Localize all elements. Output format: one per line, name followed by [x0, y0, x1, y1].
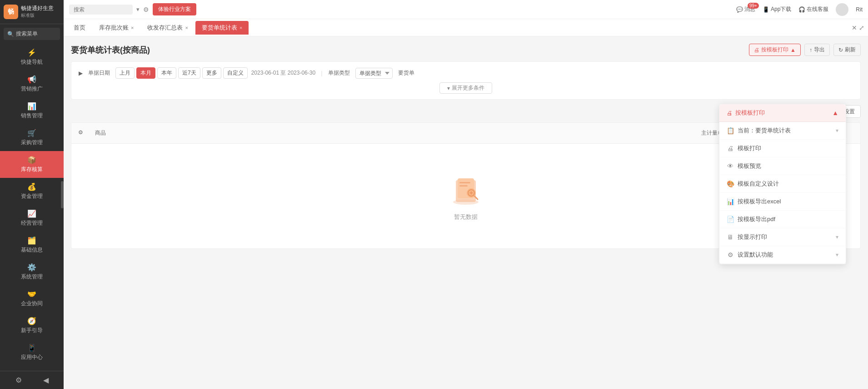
sidebar-item-system[interactable]: ⚙️ 系统管理	[0, 258, 64, 285]
sales-icon: 📊	[27, 102, 36, 111]
current-arrow-icon: ▾	[836, 127, 838, 134]
sidebar-settings-button[interactable]: ⚙	[15, 376, 22, 384]
header-search-input[interactable]	[69, 5, 133, 15]
order-type-select[interactable]: 单据类型	[355, 68, 393, 79]
sidebar-item-quick-nav[interactable]: ⚡ 快捷导航	[0, 44, 64, 71]
date-last7-button[interactable]: 近7天	[178, 67, 200, 79]
refresh-label: 刷新	[845, 46, 856, 54]
trial-button[interactable]: 体验行业方案	[153, 3, 196, 15]
date-custom-button[interactable]: 自定义	[223, 67, 248, 79]
template-preview-label: 模板预览	[738, 162, 761, 170]
inventory-icon: 📦	[27, 156, 36, 164]
print-template-button[interactable]: 🖨 按模板打印 ▲	[749, 44, 801, 56]
print-dropdown-template-design[interactable]: 🎨 模板自定义设计	[719, 175, 846, 193]
sidebar-item-label: 资金管理	[21, 192, 43, 200]
apps-icon: 📱	[27, 344, 36, 352]
order-type-filter-label: 单据类型	[328, 69, 350, 77]
header-dropdown-button[interactable]: ▾	[136, 6, 140, 13]
print-dropdown-template-preview[interactable]: 👁 模板预览	[719, 157, 846, 175]
avatar[interactable]	[836, 3, 848, 16]
app-name: 畅捷通好生意	[21, 5, 54, 12]
print-dropdown-title: 🖨 按模板打印	[727, 109, 765, 117]
sidebar-item-operations[interactable]: 📈 经营管理	[0, 205, 64, 232]
tab-batch-account-close[interactable]: ×	[131, 25, 134, 30]
logo-text-group: 畅捷通好生意 标准版	[21, 5, 54, 19]
display-print-arrow-icon: ▾	[836, 234, 838, 240]
sidebar-item-label: 采购管理	[21, 139, 43, 147]
tabbar-maximize-button[interactable]: ⤢	[859, 24, 864, 31]
sidebar-item-sales[interactable]: 📊 销售管理	[0, 97, 64, 124]
tab-order-stats[interactable]: 要货单统计表 ×	[195, 21, 249, 35]
tab-bar: 首页 库存批次账 × 收发存汇总表 × 要货单统计表 × ✕ ⤢	[64, 19, 868, 36]
display-print-label: 按显示打印	[738, 233, 767, 241]
print-dropdown-close-button[interactable]: ▲	[832, 109, 838, 116]
tab-collect-summary-close[interactable]: ×	[185, 25, 188, 30]
sidebar-item-guide[interactable]: 🧭 新手引导	[0, 312, 64, 339]
marketing-icon: 📢	[27, 75, 36, 84]
print-dropdown-display-print[interactable]: 🖥 按显示打印 ▾	[719, 228, 846, 246]
template-preview-icon: 👁	[727, 162, 734, 170]
set-default-icon: ⚙	[727, 251, 734, 258]
refresh-button[interactable]: ↻ 刷新	[833, 44, 861, 56]
sidebar-item-wechat[interactable]: 💬 企业微信	[0, 366, 64, 371]
sidebar-item-apps[interactable]: 📱 应用中心	[0, 339, 64, 366]
sidebar-search-label: 搜索菜单	[16, 30, 38, 38]
print-dropdown-export-excel[interactable]: 📊 按模板导出excel	[719, 193, 846, 211]
print-dropdown-title-icon: 🖨	[727, 110, 733, 116]
print-dropdown-current[interactable]: 📋 当前：要货单统计表 ▾	[719, 122, 846, 140]
sidebar-item-marketing[interactable]: 📢 营销推广	[0, 71, 64, 97]
app-logo: 畅 畅捷通好生意 标准版	[0, 0, 64, 24]
date-options-group: 上月 本月 本年 近7天 更多 自定义 2023-06-01 至 2023-06…	[115, 67, 315, 79]
tab-order-stats-close[interactable]: ×	[239, 25, 242, 30]
sidebar-item-label: 销售管理	[21, 112, 43, 120]
top-header: ▾ ⚙ 体验行业方案 💬 消息 99+ 📱 App下载 🎧 在线客服 Rit	[64, 0, 868, 19]
set-default-arrow-icon: ▾	[836, 252, 838, 258]
search-icon: 🔍	[7, 31, 14, 37]
messages-badge: 99+	[748, 3, 759, 9]
tab-collect-summary-label: 收发存汇总表	[147, 24, 183, 32]
display-print-icon: 🖥	[727, 233, 734, 241]
sidebar-item-inventory[interactable]: 📦 库存核算	[0, 151, 64, 178]
header-right-area: 💬 消息 99+ 📱 App下载 🎧 在线客服 Rit	[736, 3, 863, 16]
col-settings[interactable]: ⚙	[71, 126, 90, 140]
tab-collect-summary[interactable]: 收发存汇总表 ×	[141, 21, 194, 35]
date-current-month-button[interactable]: 本月	[136, 67, 155, 79]
sidebar-footer: ⚙ ◀	[0, 371, 64, 389]
print-dropdown-template-print[interactable]: 🖨 模板打印	[719, 140, 846, 157]
tab-batch-account[interactable]: 库存批次账 ×	[93, 21, 140, 35]
app-download-button[interactable]: 📱 App下载	[763, 5, 791, 13]
toolbar-right: 🖨 按模板打印 ▲ ↑ 导出 ↻ 刷新	[749, 44, 861, 56]
sidebar-search-button[interactable]: 🔍 搜索菜单	[4, 28, 60, 40]
expand-more-button[interactable]: ▾ 展开更多条件	[439, 82, 492, 94]
display-print-left: 🖥 按显示打印	[727, 233, 767, 241]
tab-home[interactable]: 首页	[67, 21, 92, 35]
logo-icon: 畅	[4, 5, 18, 19]
date-current-year-button[interactable]: 本年	[157, 67, 176, 79]
print-dropdown-title-text: 按模板打印	[735, 109, 765, 117]
print-dropdown-export-pdf[interactable]: 📄 按模板导出pdf	[719, 211, 846, 228]
export-pdf-label: 按模板导出pdf	[738, 215, 775, 223]
header-gear-button[interactable]: ⚙	[143, 6, 149, 13]
expand-toggle-icon[interactable]: ▶	[79, 70, 83, 76]
page-title: 要货单统计表(按商品)	[71, 45, 150, 56]
tabbar-close-button[interactable]: ✕	[852, 24, 857, 31]
sidebar-item-label: 企业协同	[21, 300, 43, 308]
column-settings-icon: ⚙	[78, 129, 83, 136]
sidebar-item-basics[interactable]: 🗂️ 基础信息	[0, 232, 64, 258]
sidebar-item-finance[interactable]: 💰 资金管理	[0, 178, 64, 205]
expand-chevron-icon: ▾	[447, 85, 450, 91]
empty-state-icon	[448, 171, 484, 207]
online-service-button[interactable]: 🎧 在线客服	[798, 5, 828, 13]
date-prev-month-button[interactable]: 上月	[115, 67, 135, 79]
sidebar-item-purchase[interactable]: 🛒 采购管理	[0, 124, 64, 151]
sidebar-collapse-button[interactable]: ◀	[43, 376, 49, 384]
print-dropdown-set-default[interactable]: ⚙ 设置默认功能 ▾	[719, 246, 846, 264]
messages-button[interactable]: 💬 消息 99+	[736, 5, 755, 13]
refresh-icon: ↻	[838, 47, 843, 53]
sidebar-search-area[interactable]: 🔍 搜索菜单	[0, 24, 64, 44]
export-button[interactable]: ↑ 导出	[804, 44, 830, 56]
template-print-icon: 🖨	[727, 145, 734, 152]
date-more-button[interactable]: 更多	[202, 67, 221, 79]
printer-icon: 🖨	[754, 47, 759, 53]
sidebar-item-collab[interactable]: 🤝 企业协同	[0, 285, 64, 312]
